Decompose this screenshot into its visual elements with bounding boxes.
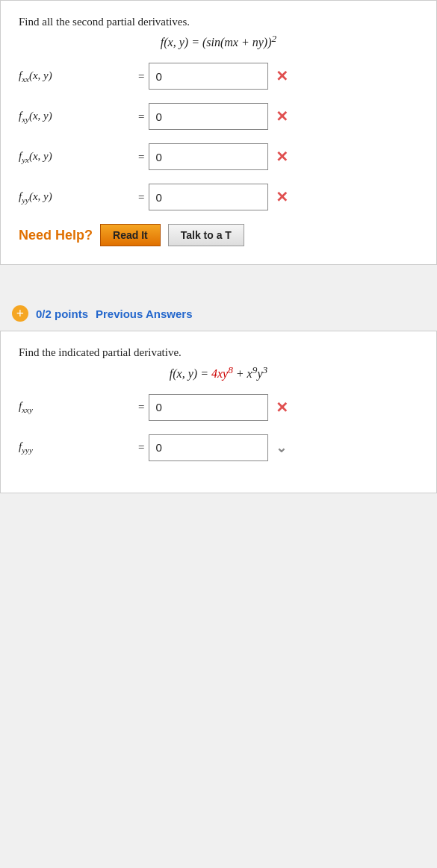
section2-title: Find the indicated partial derivative.: [19, 346, 418, 359]
status-fxy: ✕: [276, 107, 288, 125]
field-row-fyyy: fyyy = ⌄: [19, 434, 418, 461]
section1-formula: f(x, y) = (sin(mx + ny))2: [19, 33, 418, 49]
prev-answers-text[interactable]: Previous Answers: [96, 307, 193, 320]
plus-circle-icon: +: [12, 305, 28, 322]
section1-title: Find all the second partial derivatives.: [19, 16, 418, 28]
input-fxx[interactable]: [149, 63, 268, 90]
need-help-row: Need Help? Read It Talk to a T: [19, 224, 418, 246]
section2-formula: f(x, y) = 4xy8 + x9y3: [19, 363, 418, 380]
section-spacer: [0, 274, 437, 296]
points-text: 0/2 points: [36, 307, 88, 320]
status-fyy: ✕: [276, 188, 288, 206]
field-row-fyx: fyx(x, y) = ✕: [19, 143, 418, 170]
label-fxy: fxy(x, y): [19, 110, 138, 124]
formula2-text: f(x, y) = 4xy8 + x9y3: [170, 367, 267, 380]
status-fyyy: ⌄: [276, 440, 287, 456]
section2-body: Find the indicated partial derivative. f…: [0, 331, 437, 493]
label-fxxy: fxxy: [19, 400, 138, 414]
label-fyy: fyy(x, y): [19, 190, 138, 204]
section1-card: Find all the second partial derivatives.…: [0, 0, 437, 265]
label-fyx: fyx(x, y): [19, 150, 138, 164]
status-fxxy: ✕: [276, 399, 288, 416]
field-row-fyy: fyy(x, y) = ✕: [19, 184, 418, 210]
field-row-fxx: fxx(x, y) = ✕: [19, 63, 418, 90]
need-help-label: Need Help?: [19, 228, 93, 243]
input-fyyy[interactable]: [149, 434, 268, 461]
read-it-button[interactable]: Read It: [100, 224, 161, 246]
input-fyx[interactable]: [149, 143, 268, 170]
formula-text: f(x, y) = (sin(mx + ny))2: [161, 36, 276, 49]
label-fyyy: fyyy: [19, 440, 138, 455]
section2-header: + 0/2 points Previous Answers: [0, 296, 437, 331]
field-row-fxy: fxy(x, y) = ✕: [19, 103, 418, 130]
talk-button[interactable]: Talk to a T: [168, 224, 244, 246]
field-row-fxxy: fxxy = ✕: [19, 394, 418, 421]
input-fxxy[interactable]: [149, 394, 268, 421]
status-fyx: ✕: [276, 148, 288, 166]
label-fxx: fxx(x, y): [19, 69, 138, 84]
input-fxy[interactable]: [149, 103, 268, 130]
status-fxx: ✕: [276, 67, 288, 85]
input-fyy[interactable]: [149, 184, 268, 210]
